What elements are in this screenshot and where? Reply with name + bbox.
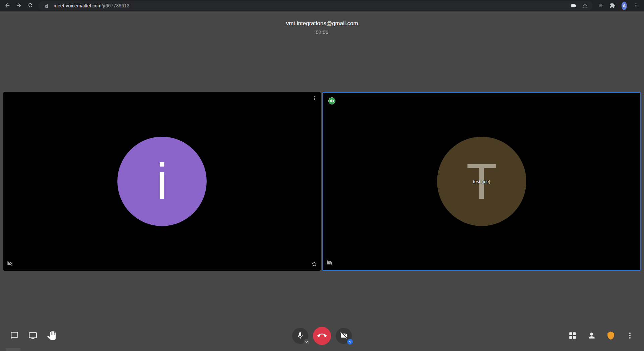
meeting-subject: vmt.integrations@gmail.com 02:06	[0, 20, 644, 35]
shield-path	[607, 332, 614, 340]
url-path: /j/667786613	[102, 3, 129, 8]
reload-button[interactable]	[25, 1, 36, 11]
security-shield-icon	[606, 331, 615, 341]
extensions-puzzle-icon	[609, 2, 615, 9]
meeting-stage: vmt.integrations@gmail.com 02:06 i T tes…	[0, 11, 644, 351]
meeting-subject-text: vmt.integrations@gmail.com	[0, 20, 644, 27]
star-rating-icon[interactable]	[311, 261, 317, 268]
chat-button[interactable]	[10, 329, 19, 343]
toolbar	[0, 321, 644, 351]
tab-camera-indicator-icon[interactable]	[569, 1, 578, 10]
chat-icon	[10, 331, 19, 341]
microphone-icon	[296, 332, 304, 341]
toolbar-right-group	[568, 329, 634, 343]
audio-level-indicator-icon	[328, 97, 335, 104]
participants-button[interactable]	[587, 329, 596, 343]
camera-button[interactable]	[336, 328, 352, 344]
camera-off-icon	[326, 260, 333, 267]
camera-options-chevron-icon[interactable]	[347, 339, 353, 345]
toolbar-center-group	[292, 327, 352, 345]
participant-tile-local[interactable]: T test (me)	[322, 92, 641, 271]
meeting-timer: 02:06	[0, 29, 644, 35]
back-button[interactable]	[2, 1, 13, 11]
raise-hand-icon	[47, 331, 56, 341]
address-bar[interactable]: meet.voicemailtel.com/j/667786613	[38, 1, 593, 10]
more-options-button[interactable]	[626, 329, 634, 343]
security-button[interactable]	[606, 329, 615, 343]
hangup-button[interactable]	[313, 327, 331, 345]
participants-icon	[587, 331, 596, 341]
back-icon	[4, 2, 10, 9]
extension-disabled-button[interactable]	[596, 1, 605, 10]
three-dots-vertical-icon	[633, 3, 639, 9]
forward-button[interactable]	[13, 1, 24, 11]
participant-tile-remote[interactable]: i	[3, 92, 321, 271]
three-dots-vertical-icon	[626, 332, 634, 341]
bookmark-star-icon[interactable]	[581, 1, 589, 10]
tile-view-button[interactable]	[568, 329, 577, 343]
avatar-initial: i	[156, 156, 167, 207]
reload-icon	[28, 2, 33, 9]
profile-button[interactable]: A	[620, 1, 629, 10]
browser-actions: A	[596, 1, 641, 10]
camera-off-icon	[7, 260, 13, 268]
microphone-button[interactable]	[292, 328, 308, 344]
camera-off-icon	[340, 332, 348, 341]
display-name: test (me)	[473, 179, 490, 184]
browser-menu-button[interactable]	[631, 1, 641, 10]
tile-menu-button[interactable]	[312, 95, 318, 102]
forward-icon	[16, 2, 22, 9]
browser-toolbar: meet.voicemailtel.com/j/667786613 A	[0, 0, 644, 11]
raise-hand-button[interactable]	[47, 329, 56, 343]
extension-disabled-icon	[598, 3, 603, 9]
three-dots-vertical-icon	[312, 97, 317, 102]
profile-avatar: A	[622, 2, 627, 10]
screen-share-icon	[29, 331, 37, 341]
screen-share-button[interactable]	[29, 329, 37, 343]
hangup-icon	[317, 331, 327, 341]
url-domain: meet.voicemailtel.com	[54, 3, 102, 8]
lock-icon[interactable]	[42, 1, 51, 10]
extensions-button[interactable]	[608, 1, 617, 10]
tile-view-icon	[568, 331, 577, 341]
microphone-options-chevron-icon[interactable]	[304, 339, 309, 345]
url-text: meet.voicemailtel.com/j/667786613	[54, 3, 129, 8]
toolbar-left-group	[10, 329, 56, 343]
avatar: i	[117, 137, 207, 226]
